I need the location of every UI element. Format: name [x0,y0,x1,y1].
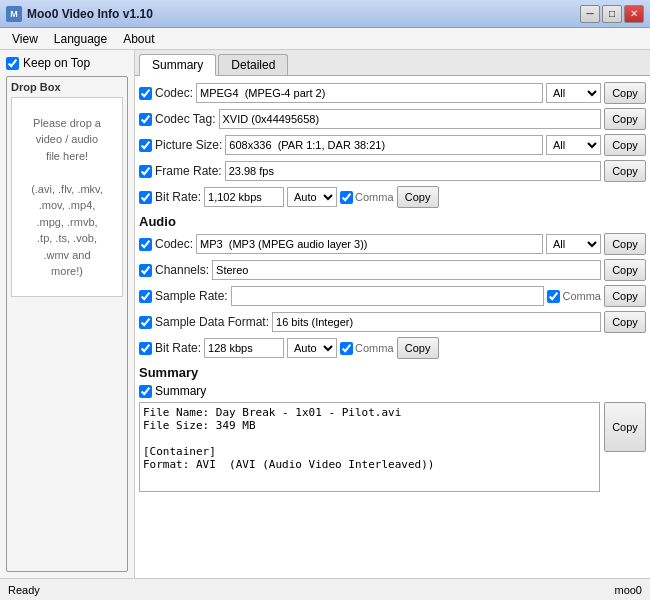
title-bar-buttons: ─ □ ✕ [580,5,644,23]
audio-header: Audio [139,214,646,229]
menu-bar: View Language About [0,28,650,50]
tab-summary[interactable]: Summary [139,54,216,76]
keep-on-top-row: Keep on Top [6,56,128,70]
samplerate-row: Sample Rate: Comma Copy [139,285,646,307]
framerate-copy-button[interactable]: Copy [604,160,646,182]
summary-textarea[interactable]: File Name: Day Break - 1x01 - Pilot.avi … [139,402,600,492]
codec-input[interactable] [196,83,543,103]
acodec-checkbox[interactable] [139,238,152,251]
channels-row: Channels: Copy [139,259,646,281]
drop-box-group: Drop Box Please drop avideo / audiofile … [6,76,128,572]
framerate-checkbox[interactable] [139,165,152,178]
app-icon: M [6,6,22,22]
status-left: Ready [8,584,40,596]
abitrate-comma-label: Comma [355,342,394,354]
acodec-input[interactable] [196,234,543,254]
picturesize-row: Picture Size: All Copy [139,134,646,156]
channels-checkbox[interactable] [139,264,152,277]
picturesize-dropdown[interactable]: All [546,135,601,155]
summary-check-label: Summary [155,384,206,398]
framerate-row: Frame Rate: Copy [139,160,646,182]
framerate-label: Frame Rate: [155,164,222,178]
acodec-dropdown[interactable]: All [546,234,601,254]
right-panel: Summary Detailed Codec: All Copy [135,50,650,578]
sampledataformat-copy-button[interactable]: Copy [604,311,646,333]
samplerate-checkbox[interactable] [139,290,152,303]
codec-copy-button[interactable]: Copy [604,82,646,104]
scroll-area[interactable]: Codec: All Copy Codec Tag: Copy [135,76,650,578]
channels-input[interactable] [212,260,601,280]
codectag-input[interactable] [219,109,602,129]
codec-checkbox[interactable] [139,87,152,100]
picturesize-checkbox[interactable] [139,139,152,152]
title-bar-text: Moo0 Video Info v1.10 [27,7,580,21]
vbitrate-dropdown[interactable]: Auto [287,187,337,207]
drop-box-legend: Drop Box [11,81,123,93]
vbitrate-row: Bit Rate: Auto Comma Copy [139,186,646,208]
codectag-checkbox[interactable] [139,113,152,126]
samplerate-copy-button[interactable]: Copy [604,285,646,307]
vbitrate-copy-button[interactable]: Copy [397,186,439,208]
menu-view[interactable]: View [4,30,46,48]
acodec-row: Codec: All Copy [139,233,646,255]
drop-box-text: Please drop avideo / audiofile here!(.av… [31,115,103,280]
menu-language[interactable]: Language [46,30,115,48]
sampledataformat-label: Sample Data Format: [155,315,269,329]
tabs: Summary Detailed [135,50,650,76]
samplerate-comma-label: Comma [562,290,601,302]
codec-dropdown[interactable]: All [546,83,601,103]
abitrate-copy-button[interactable]: Copy [397,337,439,359]
codectag-row: Codec Tag: Copy [139,108,646,130]
summary-checkbox[interactable] [139,385,152,398]
keep-on-top-label: Keep on Top [23,56,90,70]
abitrate-row: Bit Rate: Auto Comma Copy [139,337,646,359]
abitrate-dropdown[interactable]: Auto [287,338,337,358]
summary-copy-row: File Name: Day Break - 1x01 - Pilot.avi … [139,402,646,495]
picturesize-copy-button[interactable]: Copy [604,134,646,156]
main-layout: Keep on Top Drop Box Please drop avideo … [0,50,650,578]
samplerate-input[interactable] [231,286,545,306]
maximize-button[interactable]: □ [602,5,622,23]
codectag-copy-button[interactable]: Copy [604,108,646,130]
abitrate-input[interactable] [204,338,284,358]
codectag-label: Codec Tag: [155,112,216,126]
abitrate-label: Bit Rate: [155,341,201,355]
channels-label: Channels: [155,263,209,277]
acodec-copy-button[interactable]: Copy [604,233,646,255]
abitrate-comma-checkbox[interactable] [340,342,353,355]
tab-detailed[interactable]: Detailed [218,54,288,75]
summary-check-row: Summary [139,384,646,398]
samplerate-comma-checkbox[interactable] [547,290,560,303]
left-panel: Keep on Top Drop Box Please drop avideo … [0,50,135,578]
framerate-input[interactable] [225,161,601,181]
status-bar: Ready moo0 [0,578,650,600]
summary-header: Summary [139,365,646,380]
drop-box-area[interactable]: Please drop avideo / audiofile here!(.av… [11,97,123,297]
abitrate-checkbox[interactable] [139,342,152,355]
summary-text-wrapper: File Name: Day Break - 1x01 - Pilot.avi … [139,402,600,495]
codec-row: Codec: All Copy [139,82,646,104]
vbitrate-checkbox[interactable] [139,191,152,204]
sampledataformat-input[interactable] [272,312,601,332]
vbitrate-comma-label: Comma [355,191,394,203]
keep-on-top-checkbox[interactable] [6,57,19,70]
title-bar: M Moo0 Video Info v1.10 ─ □ ✕ [0,0,650,28]
vbitrate-input[interactable] [204,187,284,207]
sampledataformat-checkbox[interactable] [139,316,152,329]
picturesize-label: Picture Size: [155,138,222,152]
summary-copy-button[interactable]: Copy [604,402,646,452]
codec-label: Codec: [155,86,193,100]
picturesize-input[interactable] [225,135,543,155]
vbitrate-comma-checkbox[interactable] [340,191,353,204]
status-right: moo0 [614,584,642,596]
sampledataformat-row: Sample Data Format: Copy [139,311,646,333]
channels-copy-button[interactable]: Copy [604,259,646,281]
close-button[interactable]: ✕ [624,5,644,23]
vbitrate-label: Bit Rate: [155,190,201,204]
menu-about[interactable]: About [115,30,162,48]
minimize-button[interactable]: ─ [580,5,600,23]
samplerate-label: Sample Rate: [155,289,228,303]
acodec-label: Codec: [155,237,193,251]
